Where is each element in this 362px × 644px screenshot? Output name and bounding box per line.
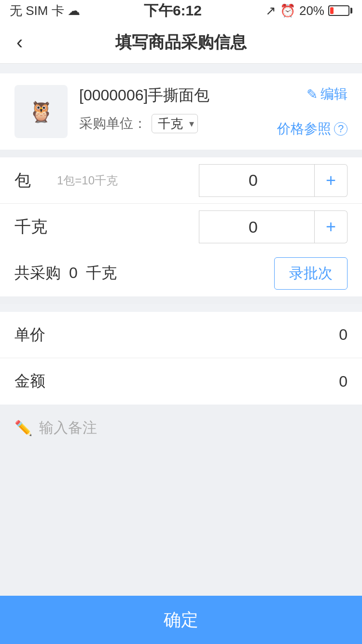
confirm-button[interactable]: 确定 <box>0 596 362 644</box>
kg-quantity-input[interactable] <box>199 210 315 243</box>
nav-bar: ‹ 填写商品采购信息 <box>0 21 362 64</box>
status-bar: 无 SIM 卡 ☁ 下午6:12 ↗ ⏰ 20% <box>0 0 362 21</box>
bag-input-row: 包 1包=10千克 + <box>0 157 362 204</box>
amount-label: 金额 <box>14 371 339 392</box>
kg-input-row: 千克 + <box>0 204 362 250</box>
unit-price-label: 单价 <box>14 324 339 346</box>
unit-price-value: 0 <box>339 326 348 344</box>
price-info-section: 单价 0 金额 0 <box>0 312 362 405</box>
status-left: 无 SIM 卡 ☁ <box>10 2 80 19</box>
section-divider-2 <box>0 296 362 304</box>
product-logo: 🦉 <box>28 100 54 124</box>
back-button[interactable]: ‹ <box>12 27 28 58</box>
notes-placeholder: 输入备注 <box>39 418 97 438</box>
total-amount: 0 <box>69 264 78 281</box>
bag-label: 包 <box>14 169 53 192</box>
status-time: 下午6:12 <box>144 1 202 21</box>
bag-plus-button[interactable]: + <box>315 164 348 197</box>
sim-label: 无 SIM 卡 ☁ <box>10 2 80 19</box>
price-ref-label: 价格参照 <box>277 120 331 138</box>
amount-row: 金额 0 <box>0 358 362 405</box>
status-right: ↗ ⏰ 20% <box>265 3 352 18</box>
input-section: 包 1包=10千克 + 千克 + <box>0 157 362 250</box>
kg-input-control: + <box>199 210 348 243</box>
unit-label: 采购单位： <box>79 114 147 133</box>
page-title: 填写商品采购信息 <box>115 31 247 54</box>
location-icon: ↗ <box>265 3 276 18</box>
total-prefix: 共采购 <box>14 264 61 281</box>
alarm-icon: ⏰ <box>280 3 295 18</box>
batch-button[interactable]: 录批次 <box>274 257 348 290</box>
total-unit: 千克 <box>86 264 117 281</box>
unit-price-row: 单价 0 <box>0 312 362 358</box>
unit-select-wrapper[interactable]: 千克 包 ▾ <box>152 114 198 133</box>
price-ref-button[interactable]: 价格参照 ? <box>277 120 348 138</box>
total-row: 共采购 0 千克 录批次 <box>0 250 362 296</box>
bag-sublabel: 1包=10千克 <box>57 173 199 188</box>
kg-label: 千克 <box>14 216 53 238</box>
edit-icon: ✎ <box>306 86 318 102</box>
price-ref-icon: ? <box>334 122 348 136</box>
battery-percent: 20% <box>299 3 324 18</box>
product-image: 🦉 <box>14 85 68 138</box>
section-divider-1 <box>0 150 362 157</box>
edit-button[interactable]: ✎ 编辑 <box>306 85 348 103</box>
battery-icon <box>328 5 352 16</box>
unit-select[interactable]: 千克 包 <box>152 114 198 133</box>
bag-quantity-input[interactable] <box>199 164 315 197</box>
product-card: 🦉 [0000006]手撕面包 采购单位： 千克 包 ▾ ✎ 编辑 价格参照 ? <box>0 73 362 150</box>
notes-section[interactable]: ✏️ 输入备注 <box>0 405 362 451</box>
amount-value: 0 <box>339 373 348 391</box>
bag-input-control: + <box>199 164 348 197</box>
edit-label: 编辑 <box>320 85 348 103</box>
total-label: 共采购 0 千克 <box>14 263 274 284</box>
pencil-icon: ✏️ <box>14 420 32 436</box>
kg-plus-button[interactable]: + <box>315 210 348 243</box>
